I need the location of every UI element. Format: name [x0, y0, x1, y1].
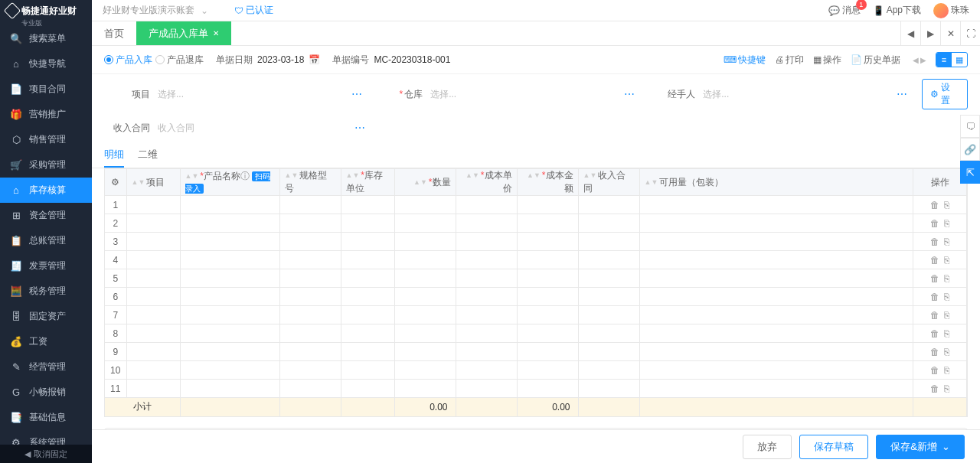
handler-input[interactable] — [703, 89, 897, 99]
delete-icon[interactable]: 🗑 — [930, 328, 939, 339]
table-row[interactable]: 9🗑⎘ — [105, 343, 967, 361]
table-row[interactable]: 5🗑⎘ — [105, 269, 967, 288]
table-row[interactable]: 6🗑⎘ — [105, 288, 967, 306]
col-contract[interactable]: ▲▼收入合同 — [578, 169, 639, 196]
delete-icon[interactable]: 🗑 — [930, 200, 939, 210]
nav-item-12[interactable]: 💰工资 — [0, 329, 92, 354]
table-row[interactable]: 4🗑⎘ — [105, 251, 967, 269]
save-new-button[interactable]: 保存&新增⌄ — [876, 435, 965, 459]
copy-icon[interactable]: ⎘ — [944, 200, 949, 210]
tab-prev[interactable]: ◀ — [900, 21, 920, 46]
project-more[interactable]: ⋯ — [351, 88, 361, 100]
nav-item-15[interactable]: 📑基础信息 — [0, 405, 92, 430]
nav-item-1[interactable]: ⌂快捷导航 — [0, 51, 92, 77]
copy-icon[interactable]: ⎘ — [944, 255, 949, 266]
nav-item-8[interactable]: 📋总账管理 — [0, 228, 92, 253]
messages-button[interactable]: 💬 消息 1 — [828, 4, 861, 17]
copy-icon[interactable]: ⎘ — [944, 292, 949, 302]
nav-next[interactable]: ▶ — [920, 56, 926, 64]
calendar-icon[interactable]: 📅 — [309, 54, 320, 65]
side-tool-2[interactable]: 🔗 — [960, 138, 980, 161]
view-list[interactable]: ≡ — [936, 53, 952, 67]
detail-tab-detail[interactable]: 明细 — [104, 148, 124, 168]
col-project[interactable]: ▲▼项目 — [126, 169, 180, 196]
nav-item-4[interactable]: ⬡销售管理 — [0, 127, 92, 152]
pin-toggle[interactable]: ◀ 取消固定 — [0, 445, 92, 463]
radio-in[interactable]: 产品入库 — [104, 54, 152, 67]
nav-item-14[interactable]: G小畅报销 — [0, 380, 92, 405]
col-spec[interactable]: ▲▼规格型号 — [279, 169, 341, 196]
nav-item-0[interactable]: 🔍搜索菜单 — [0, 26, 92, 51]
copy-icon[interactable]: ⎘ — [944, 328, 949, 339]
delete-icon[interactable]: 🗑 — [930, 218, 939, 229]
contract-more[interactable]: ⋯ — [354, 122, 364, 134]
side-tool-1[interactable]: 🗨 — [960, 115, 980, 138]
delete-icon[interactable]: 🗑 — [930, 255, 939, 266]
col-avail[interactable]: ▲▼可用量（包装） — [639, 169, 913, 196]
user-menu[interactable]: 珠珠 — [933, 3, 969, 18]
tab-home[interactable]: 首页 — [92, 21, 136, 45]
tab-fullscreen[interactable]: ⛶ — [960, 21, 980, 46]
nav-item-13[interactable]: ✎经营管理 — [0, 354, 92, 380]
col-price[interactable]: ▲▼*成本单价 — [456, 169, 517, 196]
contract-input[interactable] — [158, 122, 354, 133]
copy-icon[interactable]: ⎘ — [944, 218, 949, 229]
delete-icon[interactable]: 🗑 — [930, 273, 939, 284]
copy-icon[interactable]: ⎘ — [944, 347, 949, 357]
tab-close-all[interactable]: ✕ — [940, 21, 960, 46]
delete-icon[interactable]: 🗑 — [930, 236, 939, 247]
table-row[interactable]: 10🗑⎘ — [105, 361, 967, 380]
nav-item-7[interactable]: ⊞资金管理 — [0, 203, 92, 228]
app-download-button[interactable]: 📱 App下载 — [873, 4, 921, 17]
table-row[interactable]: 3🗑⎘ — [105, 233, 967, 251]
warehouse-more[interactable]: ⋯ — [624, 88, 634, 100]
delete-icon[interactable]: 🗑 — [930, 365, 939, 376]
handler-more[interactable]: ⋯ — [897, 88, 906, 100]
col-unit[interactable]: ▲▼*库存单位 — [341, 169, 394, 196]
nav-item-11[interactable]: 🗄固定资产 — [0, 304, 92, 329]
side-tool-3[interactable]: ⇱ — [960, 161, 980, 184]
table-row[interactable]: 1🗑⎘ — [105, 196, 967, 214]
table-row[interactable]: 11🗑⎘ — [105, 380, 967, 398]
copy-icon[interactable]: ⎘ — [944, 310, 949, 321]
delete-icon[interactable]: 🗑 — [930, 383, 939, 394]
col-product[interactable]: ▲▼*产品名称ⓘ扫码录入 — [180, 169, 279, 196]
detail-tab-dim[interactable]: 二维 — [138, 148, 158, 168]
copy-icon[interactable]: ⎘ — [944, 273, 949, 284]
nav-item-6[interactable]: ⌂库存核算 — [0, 178, 92, 203]
tab-active[interactable]: 产成品入库单 ✕ — [136, 21, 231, 45]
col-amount[interactable]: ▲▼*成本金额 — [517, 169, 578, 196]
nav-item-3[interactable]: 🎁营销推广 — [0, 102, 92, 127]
print-button[interactable]: 🖨打印 — [775, 54, 804, 67]
project-input[interactable] — [158, 89, 351, 99]
account-selector[interactable]: 好业财专业版演示账套 ⌄ — [103, 4, 208, 17]
nav-item-16[interactable]: ⚙系统管理 — [0, 430, 92, 445]
col-qty[interactable]: ▲▼*数量 — [394, 169, 456, 196]
delete-icon[interactable]: 🗑 — [930, 292, 939, 302]
table-row[interactable]: 8🗑⎘ — [105, 324, 967, 343]
date-value[interactable]: 2023-03-18 — [257, 54, 304, 65]
col-gear[interactable]: ⚙ — [105, 169, 126, 196]
delete-icon[interactable]: 🗑 — [930, 347, 939, 357]
tab-next[interactable]: ▶ — [920, 21, 940, 46]
history-button[interactable]: 📄历史单据 — [851, 54, 900, 67]
radio-out[interactable]: 产品退库 — [155, 54, 204, 67]
copy-icon[interactable]: ⎘ — [944, 383, 949, 394]
copy-icon[interactable]: ⎘ — [944, 365, 949, 376]
nav-prev[interactable]: ◀ — [913, 56, 919, 64]
nav-item-5[interactable]: 🛒采购管理 — [0, 152, 92, 178]
save-draft-button[interactable]: 保存草稿 — [799, 435, 868, 459]
copy-icon[interactable]: ⎘ — [944, 236, 949, 247]
table-row[interactable]: 7🗑⎘ — [105, 306, 967, 324]
shortcut-button[interactable]: ⌨快捷键 — [724, 54, 766, 67]
nav-item-9[interactable]: 🧾发票管理 — [0, 253, 92, 279]
view-card[interactable]: ▦ — [952, 53, 967, 67]
warehouse-input[interactable] — [430, 89, 624, 99]
cancel-button[interactable]: 放弃 — [743, 435, 792, 459]
close-icon[interactable]: ✕ — [213, 29, 219, 37]
nav-item-10[interactable]: 🧮税务管理 — [0, 279, 92, 304]
delete-icon[interactable]: 🗑 — [930, 310, 939, 321]
settings-button[interactable]: ⚙设置 — [922, 79, 968, 109]
table-row[interactable]: 2🗑⎘ — [105, 214, 967, 233]
nav-item-2[interactable]: 📄项目合同 — [0, 77, 92, 102]
